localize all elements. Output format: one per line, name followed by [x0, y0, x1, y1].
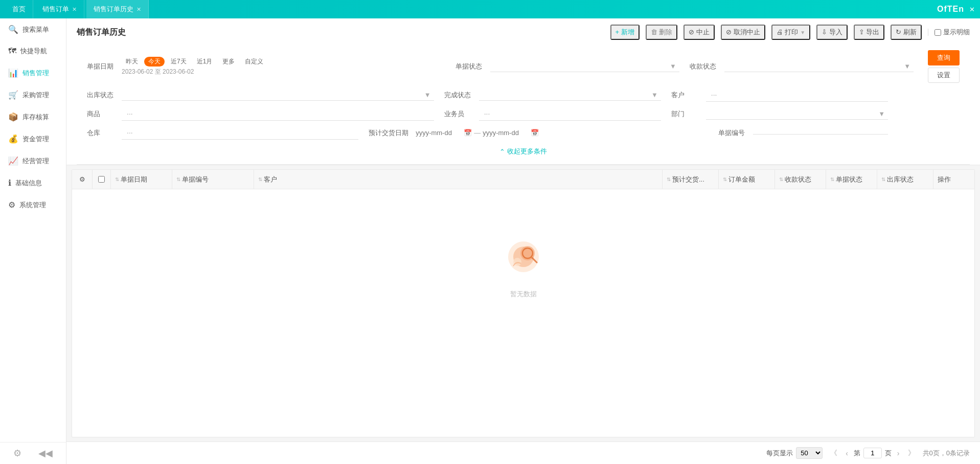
query-button[interactable]: 查询 — [928, 50, 960, 65]
sidebar-item-finance[interactable]: 💰 资金管理 — [0, 128, 66, 150]
sidebar-item-search[interactable]: 🔍 搜索菜单 — [0, 18, 66, 40]
th-checkbox[interactable] — [93, 170, 111, 189]
show-detail-checkbox[interactable]: 显示明细 — [935, 28, 970, 37]
product-field: 商品 ··· — [87, 107, 434, 121]
sidebar-item-basic-info[interactable]: ℹ 基础信息 — [0, 172, 66, 194]
th-amount-sort-icon: ⇅ — [723, 176, 727, 182]
th-date-label: 单据日期 — [121, 175, 147, 184]
calendar-start-icon[interactable]: 📅 — [464, 129, 472, 137]
settings-button[interactable]: 设置 — [928, 68, 960, 83]
th-action: 操作 — [933, 170, 974, 189]
th-delivery[interactable]: ⇅ 预计交货... — [663, 170, 719, 189]
prev-page-button[interactable]: ‹ — [843, 448, 851, 458]
per-page: 每页显示 50 10 20 100 — [766, 447, 823, 459]
date-pill-custom[interactable]: 自定义 — [241, 57, 267, 67]
print-button[interactable]: 🖨 打印 ▼ — [771, 25, 811, 40]
export-button[interactable]: ⇪ 导出 — [854, 25, 885, 40]
complete-label: 完成状态 — [444, 91, 475, 100]
date-pill-1month[interactable]: 近1月 — [193, 57, 217, 67]
tab-sales-order-close[interactable]: ✕ — [72, 6, 77, 13]
next-page-button[interactable]: › — [895, 448, 902, 458]
th-customer-sort-icon: ⇅ — [258, 176, 262, 182]
doc-status-select[interactable]: ▼ — [490, 61, 679, 72]
th-receipt-label: 收款状态 — [785, 175, 811, 184]
import-button[interactable]: ⇩ 导入 — [816, 25, 848, 40]
th-date-sort-icon: ⇅ — [115, 176, 119, 182]
cancel-stop-button[interactable]: ⊘ 取消中止 — [721, 25, 765, 40]
sidebar-item-sales[interactable]: 📊 销售管理 — [0, 62, 66, 84]
trending-icon: 📈 — [8, 156, 18, 166]
warehouse-ellipsis[interactable]: ··· — [124, 127, 136, 138]
receipt-status-select[interactable]: ▼ — [724, 61, 914, 72]
date-pills: 昨天 今天 近7天 近1月 更多 自定义 — [122, 57, 267, 67]
th-delivery-label: 预计交货... — [672, 175, 704, 184]
sidebar-settings-icon[interactable]: ⚙ — [13, 448, 21, 459]
tab-home[interactable]: 首页 — [5, 0, 33, 18]
action-btns: 查询 设置 — [928, 50, 960, 83]
receipt-status-field: 收款状态 ▼ — [690, 61, 914, 72]
filter-row-2: 出库状态 ▼ 完成状态 ▼ 客户 — [87, 88, 960, 102]
per-page-select[interactable]: 50 10 20 100 — [796, 447, 823, 459]
topbar-close-icon[interactable]: ✕ — [969, 6, 975, 13]
date-pill-today[interactable]: 今天 — [144, 57, 165, 67]
sidebar-item-system[interactable]: ⚙ 系统管理 — [0, 194, 66, 216]
last-page-button[interactable]: 》 — [905, 448, 918, 459]
th-status[interactable]: ⇅ 单据状态 — [826, 170, 877, 189]
customer-label: 客户 — [671, 91, 702, 100]
receipt-status-chevron-icon: ▼ — [904, 62, 910, 70]
complete-select[interactable]: ▼ — [479, 90, 661, 101]
outbound-select[interactable]: ▼ — [122, 90, 434, 101]
sidebar-collapse-icon[interactable]: ◀◀ — [38, 448, 53, 459]
sidebar-item-operations[interactable]: 📈 经营管理 — [0, 150, 66, 172]
customer-field: 客户 ··· — [671, 88, 888, 102]
th-receipt-sort-icon: ⇅ — [779, 176, 783, 182]
first-page-button[interactable]: 《 — [828, 448, 840, 459]
date-pill-7days[interactable]: 近7天 — [167, 57, 191, 67]
docno-value[interactable] — [753, 131, 888, 135]
date-pill-more[interactable]: 更多 — [218, 57, 239, 67]
complete-chevron-icon: ▼ — [651, 91, 658, 99]
th-amount[interactable]: ⇅ 订单金额 — [719, 170, 775, 189]
sidebar-item-search-label: 搜索菜单 — [22, 25, 49, 34]
select-all-checkbox[interactable] — [98, 176, 105, 183]
tab-sales-order[interactable]: 销售订单 ✕ — [35, 0, 84, 18]
sidebar-item-purchase[interactable]: 🛒 采购管理 — [0, 84, 66, 106]
department-label: 部门 — [671, 109, 702, 119]
stop-button[interactable]: ⊘ 中止 — [683, 25, 715, 40]
th-receipt[interactable]: ⇅ 收款状态 — [775, 170, 826, 189]
table-area: ⚙ ⇅ 单据日期 ⇅ 单据编号 ⇅ 客户 ⇅ — [72, 169, 975, 437]
info-icon: ℹ — [8, 178, 11, 188]
th-date[interactable]: ⇅ 单据日期 — [111, 170, 172, 189]
sales-rep-ellipsis[interactable]: ··· — [481, 108, 493, 119]
expected-date-start[interactable] — [416, 129, 462, 137]
expected-date-value: 📅 — 📅 — [414, 127, 708, 138]
collapse-row[interactable]: ⌃ 收起更多条件 — [87, 145, 960, 159]
tab-sales-history-close[interactable]: ✕ — [136, 6, 141, 13]
expected-date-end[interactable] — [483, 129, 529, 137]
tab-sales-history[interactable]: 销售订单历史 ✕ — [86, 0, 149, 18]
page-header: 销售订单历史 + 新增 🗑 删除 ⊘ 中止 ⊘ 取消中止 🖨 打印 ▼ ⇩ 导入… — [66, 18, 980, 165]
th-settings[interactable]: ⚙ — [72, 170, 93, 189]
th-outbound-label: 出库状态 — [887, 175, 914, 184]
page-input[interactable] — [863, 448, 882, 458]
sidebar-item-quick-nav[interactable]: 🗺 快捷导航 — [0, 40, 66, 62]
chart-icon: 📊 — [8, 68, 18, 78]
box-icon: 📦 — [8, 112, 18, 122]
th-customer[interactable]: ⇅ 客户 — [254, 170, 663, 189]
th-docno-sort-icon: ⇅ — [176, 176, 180, 182]
department-select[interactable]: ▼ — [706, 108, 888, 120]
calendar-end-icon[interactable]: 📅 — [531, 129, 539, 137]
th-docno[interactable]: ⇅ 单据编号 — [172, 170, 254, 189]
product-ellipsis[interactable]: ··· — [124, 108, 136, 119]
page-title: 销售订单历史 — [77, 27, 126, 38]
date-pill-yesterday[interactable]: 昨天 — [122, 57, 142, 67]
th-outbound[interactable]: ⇅ 出库状态 — [877, 170, 933, 189]
show-detail-input[interactable] — [935, 29, 941, 36]
warehouse-value: ··· — [122, 126, 358, 140]
delete-button[interactable]: 🗑 删除 — [646, 25, 678, 40]
sidebar: 🔍 搜索菜单 🗺 快捷导航 📊 销售管理 🛒 采购管理 📦 库存核算 💰 资金管… — [0, 18, 66, 464]
refresh-button[interactable]: ↻ 刷新 — [891, 25, 922, 40]
sidebar-item-inventory[interactable]: 📦 库存核算 — [0, 106, 66, 128]
new-button[interactable]: + 新增 — [610, 25, 640, 40]
customer-ellipsis[interactable]: ··· — [708, 90, 720, 100]
